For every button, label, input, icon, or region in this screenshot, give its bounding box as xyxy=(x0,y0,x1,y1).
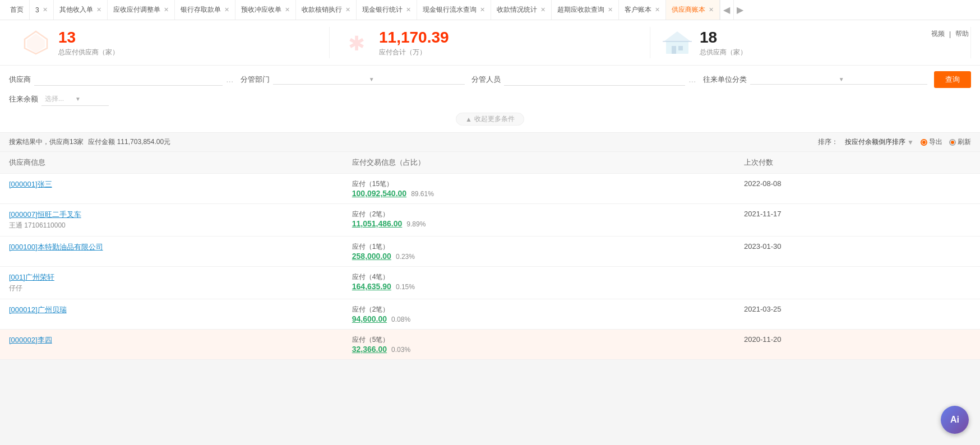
balance-filter-select[interactable]: 选择... ▼ xyxy=(41,92,109,106)
nav-tab-supplier-ledger[interactable]: 供应商账本 ✕ xyxy=(666,0,720,20)
unit-category-filter-select[interactable]: ▼ xyxy=(750,75,928,85)
table-row: [000001]张三应付（15笔）100,092,540.0089.61%202… xyxy=(0,174,980,204)
ai-button-label: Ai xyxy=(950,415,959,425)
export-button[interactable]: 导出 xyxy=(921,137,942,147)
last-payment-date: 2022-08-08 xyxy=(735,174,980,204)
diamond-icon xyxy=(20,27,52,58)
page-main: 13 总应付供应商（家） ✱ 11,170.39 应付合计（万） xyxy=(0,20,980,445)
export-icon xyxy=(921,139,927,146)
unit-category-arrow-icon: ▼ xyxy=(839,76,924,82)
last-payment-date: 2021-11-17 xyxy=(735,204,980,237)
supplier-link[interactable]: [000100]本特勤油品有限公司 xyxy=(9,243,103,251)
supplier-contact: 王通 17106110000 xyxy=(9,221,334,230)
stat-payable-suppliers-text: 13 总应付供应商（家） xyxy=(58,28,119,58)
nav-tab-supplier-ledger-close[interactable]: ✕ xyxy=(709,6,714,13)
filter-row-1: 供应商 ... 分管部门 ▼ 分管人员 ... 往来单 xyxy=(9,71,971,88)
filter-bar: 供应商 ... 分管部门 ▼ 分管人员 ... 往来单 xyxy=(0,66,980,133)
nav-tab-overdue-ar-close[interactable]: ✕ xyxy=(608,6,613,13)
nav-right-arrow[interactable]: ▶ xyxy=(733,0,747,20)
svg-text:✱: ✱ xyxy=(348,32,365,55)
scrollable-content: 供应商 ... 分管部门 ▼ 分管人员 ... 往来单 xyxy=(0,66,980,445)
nav-tab-receipt-stat[interactable]: 收款情况统计 ✕ xyxy=(491,0,552,20)
nav-tab-cash-flow[interactable]: 现金银行流水查询 ✕ xyxy=(417,0,491,20)
sort-value: 按应付余额倒序排序 xyxy=(845,137,905,147)
collapse-button[interactable]: ▲ 收起更多条件 xyxy=(456,113,524,126)
payable-amount[interactable]: 94,600.00 xyxy=(352,314,387,323)
ai-button[interactable]: Ai xyxy=(941,406,969,434)
nav-tab-receipt-verify-close[interactable]: ✕ xyxy=(345,6,350,13)
supplier-filter-input[interactable] xyxy=(34,74,223,86)
nav-tab-3-label: 3 xyxy=(35,6,39,14)
payable-amount[interactable]: 100,092,540.00 xyxy=(352,189,406,198)
collapse-label: 收起更多条件 xyxy=(474,114,515,124)
store-icon xyxy=(662,27,693,58)
stat-total-suppliers-label: 总供应商（家） xyxy=(700,48,747,57)
sort-arrow-icon: ▼ xyxy=(907,138,914,146)
table-row: [000007]恒旺二手叉车王通 17106110000应付（2笔）11,051… xyxy=(0,204,980,237)
payable-amount[interactable]: 11,051,486.00 xyxy=(352,219,403,228)
nav-tab-3-close[interactable]: ✕ xyxy=(43,6,48,13)
supplier-link[interactable]: [000012]广州贝瑞 xyxy=(9,305,67,314)
last-payment-date: 2023-01-30 xyxy=(735,237,980,267)
nav-tab-cash-flow-close[interactable]: ✕ xyxy=(480,6,485,13)
supplier-link[interactable]: [000007]恒旺二手叉车 xyxy=(9,210,81,219)
collapse-icon: ▲ xyxy=(465,115,472,123)
department-filter-select[interactable]: ▼ xyxy=(273,75,465,85)
nav-tab-home[interactable]: 首页 xyxy=(4,0,30,20)
nav-tab-3[interactable]: 3 ✕ xyxy=(30,0,54,20)
manager-filter-input[interactable] xyxy=(504,74,685,86)
svg-rect-6 xyxy=(678,46,683,50)
supplier-link[interactable]: [001]广州荣轩 xyxy=(9,273,54,281)
nav-tab-other-income[interactable]: 其他收入单 ✕ xyxy=(54,0,108,20)
nav-tab-cash-bank-stat-close[interactable]: ✕ xyxy=(406,6,411,13)
stat-payable-amount-number: 11,170.39 xyxy=(379,28,449,47)
nav-tab-receipt-verify[interactable]: 收款核销执行 ✕ xyxy=(296,0,357,20)
payable-label: 应付（2笔） xyxy=(352,210,390,218)
payable-amount[interactable]: 258,000.00 xyxy=(352,252,391,261)
search-button[interactable]: 查询 xyxy=(934,71,971,88)
nav-tab-cash-bank-stat[interactable]: 现金银行统计 ✕ xyxy=(357,0,417,20)
nav-tab-ar-ap-close[interactable]: ✕ xyxy=(164,6,169,13)
nav-tab-receipt-stat-close[interactable]: ✕ xyxy=(540,6,546,13)
nav-tab-receipt-verify-label: 收款核销执行 xyxy=(302,5,342,15)
result-text-suffix: 应付金额 111,703,854.00元 xyxy=(88,137,170,147)
table-row: [000100]本特勤油品有限公司应付（1笔）258,000.000.23%20… xyxy=(0,237,980,267)
payable-amount[interactable]: 32,366.00 xyxy=(352,345,387,354)
nav-tab-ar-ap-label: 应收应付调整单 xyxy=(113,5,160,15)
svg-rect-3 xyxy=(666,41,688,54)
filter-row-2: 往来余额 选择... ▼ xyxy=(9,92,971,106)
table-header-row: 供应商信息 应付交易信息（占比） 上次付数 xyxy=(0,152,980,174)
refresh-button[interactable]: 刷新 xyxy=(949,137,971,147)
nav-tab-pre-receive-close[interactable]: ✕ xyxy=(285,6,290,13)
table-row: [000012]广州贝瑞应付（2笔）94,600.000.08%2021-03-… xyxy=(0,299,980,330)
payable-percent: 0.23% xyxy=(396,253,415,261)
supplier-link[interactable]: [000001]张三 xyxy=(9,180,52,188)
th-last-payment: 上次付数 xyxy=(735,152,980,174)
nav-left-arrow[interactable]: ◀ xyxy=(720,0,733,20)
payable-percent: 9.89% xyxy=(406,220,426,228)
result-bar-left: 搜索结果中，供应商13家 应付金额 111,703,854.00元 xyxy=(9,137,170,147)
supplier-link[interactable]: [000002]李四 xyxy=(9,336,52,344)
th-supplier-info: 供应商信息 xyxy=(0,152,343,174)
stat-total-suppliers-text: 18 总供应商（家） xyxy=(700,28,747,58)
nav-tab-bank-deposit-close[interactable]: ✕ xyxy=(224,6,229,13)
nav-tab-bank-deposit[interactable]: 银行存取款单 ✕ xyxy=(175,0,235,20)
nav-tab-overdue-ar[interactable]: 超期应收款查询 ✕ xyxy=(552,0,619,20)
video-link[interactable]: 视频 xyxy=(931,29,945,39)
nav-tab-pre-receive[interactable]: 预收冲应收单 ✕ xyxy=(235,0,296,20)
nav-tab-home-label: 首页 xyxy=(10,5,24,15)
refresh-label: 刷新 xyxy=(958,137,971,147)
supplier-dots[interactable]: ... xyxy=(226,75,233,85)
nav-tab-customer-ledger-label: 客户账本 xyxy=(625,5,651,15)
manager-dots[interactable]: ... xyxy=(688,75,696,85)
stat-payable-suppliers-number: 13 xyxy=(58,28,119,47)
stat-payable-suppliers-label: 总应付供应商（家） xyxy=(58,48,119,57)
nav-tab-customer-ledger-close[interactable]: ✕ xyxy=(655,6,660,13)
help-link[interactable]: 帮助 xyxy=(955,29,969,39)
nav-tab-ar-ap-adjust[interactable]: 应收应付调整单 ✕ xyxy=(108,0,175,20)
collapse-bar: ▲ 收起更多条件 xyxy=(9,110,971,130)
payable-amount[interactable]: 164,635.90 xyxy=(352,282,391,291)
nav-tab-other-income-close[interactable]: ✕ xyxy=(96,6,101,13)
sort-select[interactable]: 按应付余额倒序排序 ▼ xyxy=(845,137,914,147)
nav-tab-customer-ledger[interactable]: 客户账本 ✕ xyxy=(619,0,666,20)
